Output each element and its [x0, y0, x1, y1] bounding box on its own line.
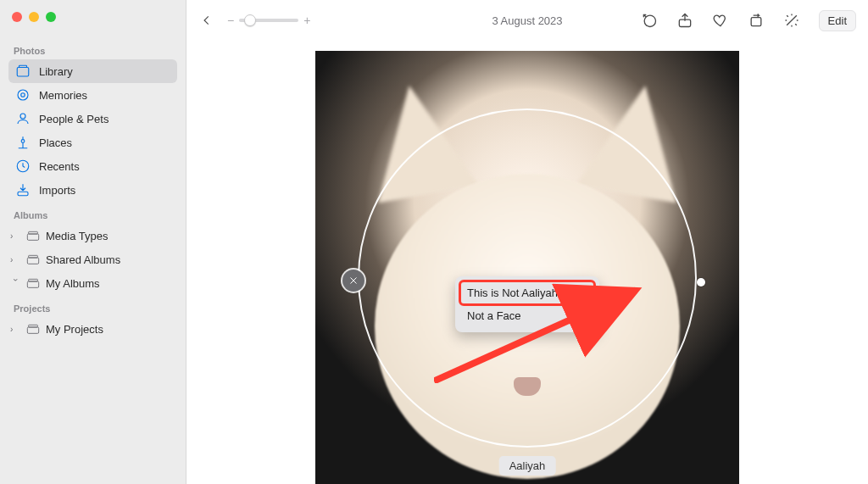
svg-rect-15 — [29, 325, 38, 327]
sidebar-section-projects: Projects — [8, 300, 177, 317]
svg-rect-7 — [18, 192, 28, 196]
sidebar: Photos Library Memories People & Pets Pl… — [0, 0, 186, 484]
places-icon — [15, 135, 31, 150]
toolbar-left: − + — [198, 12, 310, 29]
sidebar-item-label: Memories — [39, 89, 87, 102]
toolbar: − + 3 August 2023 E — [186, 0, 868, 41]
folder-icon — [25, 228, 41, 243]
sidebar-item-label: Shared Albums — [46, 253, 120, 266]
rotate-button[interactable] — [744, 8, 768, 32]
sidebar-item-label: People & Pets — [39, 113, 108, 125]
svg-rect-1 — [19, 65, 27, 67]
memories-icon — [15, 87, 31, 103]
face-resize-handle[interactable] — [697, 278, 705, 287]
zoom-out-icon[interactable]: − — [227, 14, 234, 27]
svg-point-2 — [18, 90, 28, 100]
zoom-in-icon[interactable]: + — [303, 14, 310, 27]
sidebar-item-my-projects[interactable]: › My Projects — [8, 317, 177, 341]
window-close-button[interactable] — [12, 12, 22, 22]
sidebar-item-library[interactable]: Library — [8, 59, 177, 83]
svg-rect-12 — [27, 281, 38, 287]
window-fullscreen-button[interactable] — [46, 12, 56, 22]
chevron-down-icon: › — [11, 278, 20, 288]
back-button[interactable] — [198, 12, 215, 29]
face-remove-button[interactable] — [342, 270, 364, 292]
sidebar-item-media-types[interactable]: › Media Types — [8, 224, 177, 248]
sidebar-item-label: Recents — [39, 160, 80, 173]
zoom-track[interactable] — [239, 19, 298, 22]
svg-rect-13 — [29, 279, 38, 281]
sidebar-item-memories[interactable]: Memories — [8, 83, 177, 107]
pets-add-button[interactable] — [637, 8, 661, 32]
import-icon — [15, 182, 31, 197]
svg-rect-11 — [29, 255, 38, 258]
sidebar-section-photos: Photos — [8, 42, 177, 59]
chevron-right-icon: › — [10, 325, 20, 334]
sidebar-item-my-albums[interactable]: › My Albums — [8, 271, 177, 295]
svg-rect-9 — [29, 231, 38, 234]
zoom-thumb[interactable] — [244, 14, 256, 26]
sidebar-item-shared-albums[interactable]: › Shared Albums — [8, 248, 177, 271]
sidebar-section-albums: Albums — [8, 207, 177, 224]
toolbar-right: Edit — [637, 8, 856, 32]
people-icon — [15, 111, 31, 126]
svg-point-4 — [20, 114, 25, 119]
svg-rect-14 — [27, 327, 38, 333]
sidebar-item-imports[interactable]: Imports — [8, 178, 177, 202]
window-traffic-lights — [8, 8, 177, 37]
menu-item-this-is-not[interactable]: This is Not Aaliyah — [460, 281, 594, 304]
sidebar-item-places[interactable]: Places — [8, 131, 177, 154]
window-minimize-button[interactable] — [29, 12, 39, 22]
svg-rect-10 — [27, 258, 38, 264]
sidebar-item-recents[interactable]: Recents — [8, 154, 177, 178]
sidebar-item-label: Media Types — [46, 230, 108, 242]
sidebar-item-label: My Projects — [46, 323, 103, 336]
folder-icon — [25, 321, 41, 337]
menu-item-not-a-face[interactable]: Not a Face — [460, 304, 594, 327]
svg-point-3 — [21, 93, 25, 97]
main-area: − + 3 August 2023 E — [186, 0, 868, 484]
sidebar-item-label: Imports — [39, 184, 75, 197]
svg-rect-0 — [17, 68, 29, 77]
edit-button[interactable]: Edit — [819, 10, 856, 31]
folder-icon — [25, 275, 41, 291]
favorite-button[interactable] — [709, 8, 732, 32]
photo-viewer[interactable]: Aaliyah This is Not Aaliyah Not a Face — [315, 51, 739, 484]
zoom-slider[interactable]: − + — [227, 14, 310, 27]
sidebar-item-label: Library — [39, 65, 73, 78]
chevron-right-icon: › — [10, 231, 20, 241]
sidebar-item-people-pets[interactable]: People & Pets — [8, 107, 177, 131]
clock-icon — [15, 159, 31, 174]
face-name-tag[interactable]: Aaliyah — [499, 456, 556, 476]
sidebar-item-label: My Albums — [46, 277, 100, 290]
face-context-menu: This is Not Aaliyah Not a Face — [455, 276, 599, 332]
library-icon — [15, 64, 31, 79]
svg-point-5 — [21, 140, 25, 143]
svg-rect-8 — [27, 234, 38, 240]
auto-enhance-button[interactable] — [780, 8, 804, 32]
sidebar-item-label: Places — [39, 136, 72, 149]
folder-icon — [25, 252, 41, 267]
share-button[interactable] — [673, 8, 697, 32]
chevron-right-icon: › — [10, 255, 20, 264]
svg-rect-18 — [751, 18, 761, 26]
